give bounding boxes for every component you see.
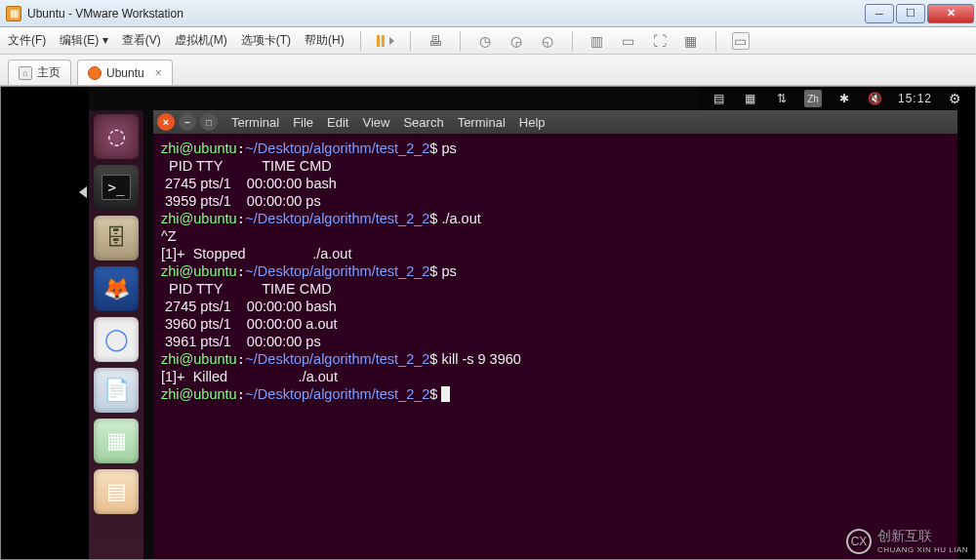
snapshot-revert-icon[interactable]: ◶ [508, 32, 525, 50]
separator [715, 31, 716, 51]
vmware-tabbar: ⌂ 主页 Ubuntu × [0, 55, 976, 86]
menu-view[interactable]: 查看(V) [122, 32, 161, 49]
menu-tabs[interactable]: 选项卡(T) [241, 32, 291, 49]
separator [360, 31, 361, 51]
calendar-icon[interactable]: ▦ [742, 90, 759, 107]
terminal-menu-view[interactable]: View [362, 115, 389, 130]
home-icon: ⌂ [19, 66, 32, 80]
tab-home[interactable]: ⌂ 主页 [8, 60, 71, 85]
minimize-button[interactable]: ─ [865, 4, 894, 23]
terminal-body[interactable]: zhi@ubuntu:~/Desktop/algorithm/test_2_2$… [153, 134, 957, 409]
bluetooth-icon[interactable]: ✱ [835, 90, 853, 107]
terminal-maximize-button[interactable]: □ [200, 113, 218, 131]
watermark-subtext: CHUANG XIN HU LIAN [877, 545, 968, 554]
terminal-menu-terminal2[interactable]: Terminal [458, 115, 506, 130]
chromium-launcher-icon[interactable]: ◯ [94, 317, 139, 362]
terminal-minimize-button[interactable]: – [179, 113, 196, 131]
firefox-launcher-icon[interactable]: 🦊 [94, 266, 139, 311]
terminal-titlebar[interactable]: × – □ Terminal File Edit View Search Ter… [153, 110, 957, 134]
tab-ubuntu[interactable]: Ubuntu × [77, 60, 173, 85]
view-library-icon[interactable]: ▭ [732, 32, 750, 50]
guest-margin-left [1, 87, 89, 559]
pause-button[interactable] [377, 35, 394, 47]
view-fullscreen-icon[interactable]: ⛶ [651, 32, 669, 50]
separator [410, 31, 411, 51]
snapshot-take-icon[interactable]: ◷ [476, 32, 494, 50]
vmware-icon: ▦ [6, 6, 21, 21]
terminal-menu-file[interactable]: File [293, 115, 313, 130]
terminal-menu-help[interactable]: Help [519, 115, 546, 130]
ubuntu-icon [88, 66, 102, 80]
terminal-cursor [441, 386, 450, 402]
separator [460, 31, 461, 51]
files-launcher-icon[interactable]: 🗄 [94, 216, 139, 260]
keyboard-icon[interactable]: ▤ [711, 90, 728, 107]
tab-ubuntu-label: Ubuntu [106, 66, 144, 80]
ubuntu-topbar: ▤ ▦ ⇅ Zh ✱ 🔇 15:12 ⚙ [699, 87, 975, 110]
watermark: CX 创新互联 CHUANG XIN HU LIAN [846, 528, 968, 554]
network-icon[interactable]: ⇅ [773, 90, 791, 107]
terminal-close-button[interactable]: × [157, 113, 175, 131]
terminal-menu-terminal[interactable]: Terminal [231, 115, 279, 130]
writer-launcher-icon[interactable]: 📄 [94, 368, 139, 413]
menu-file[interactable]: 文件(F) [8, 32, 46, 49]
tab-home-label: 主页 [37, 64, 61, 81]
separator [572, 31, 573, 51]
window-titlebar: ▦ Ubuntu - VMware Workstation ─ ☐ ✕ [0, 0, 976, 27]
ime-indicator[interactable]: Zh [804, 90, 822, 107]
snapshot-icon[interactable]: 🖶 [427, 32, 444, 50]
guest-margin-right [957, 87, 975, 559]
close-button[interactable]: ✕ [927, 4, 974, 23]
window-title: Ubuntu - VMware Workstation [27, 7, 183, 20]
ubuntu-launcher: ◌ >_ 🗄 🦊 ◯ 📄 ▦ ▤ [89, 110, 143, 559]
dash-icon[interactable]: ◌ [94, 114, 139, 159]
menu-help[interactable]: 帮助(H) [305, 32, 345, 49]
calc-launcher-icon[interactable]: ▦ [94, 419, 139, 463]
view-single-icon[interactable]: ▭ [620, 32, 637, 50]
menu-edit[interactable]: 编辑(E) ▾ [60, 32, 107, 49]
view-unity-icon[interactable]: ▦ [682, 32, 700, 50]
terminal-menu-search[interactable]: Search [403, 115, 443, 130]
watermark-text: 创新互联 [877, 528, 968, 545]
view-console-icon[interactable]: ▥ [589, 32, 606, 50]
terminal-menu-edit[interactable]: Edit [327, 115, 348, 130]
terminal-launcher-icon[interactable]: >_ [94, 165, 139, 210]
clock[interactable]: 15:12 [898, 92, 932, 105]
terminal-menubar: Terminal File Edit View Search Terminal … [231, 115, 546, 130]
impress-launcher-icon[interactable]: ▤ [94, 469, 139, 514]
snapshot-manage-icon[interactable]: ◵ [539, 32, 556, 50]
vmware-menubar: 文件(F) 编辑(E) ▾ 查看(V) 虚拟机(M) 选项卡(T) 帮助(H) … [0, 27, 976, 55]
guest-display: ▤ ▦ ⇅ Zh ✱ 🔇 15:12 ⚙ ◌ >_ 🗄 🦊 ◯ 📄 ▦ ▤ × … [0, 86, 976, 560]
gear-icon[interactable]: ⚙ [946, 90, 963, 107]
volume-icon[interactable]: 🔇 [867, 90, 884, 107]
terminal-window: × – □ Terminal File Edit View Search Ter… [153, 110, 957, 559]
launcher-active-arrow [79, 186, 87, 198]
watermark-logo-icon: CX [846, 529, 872, 554]
tab-close-icon[interactable]: × [155, 66, 162, 80]
maximize-button[interactable]: ☐ [896, 4, 925, 23]
menu-vm[interactable]: 虚拟机(M) [175, 32, 227, 49]
